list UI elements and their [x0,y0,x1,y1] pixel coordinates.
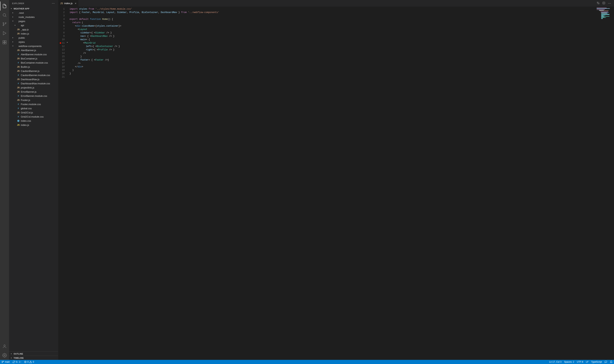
project-section-header[interactable]: WEATHER APP [9,7,58,11]
activity-account[interactable] [0,342,9,351]
file-item[interactable]: #BioContainer.module.css [9,61,58,65]
file-item[interactable]: JSDashboardNav.js [9,77,58,81]
outline-section-header[interactable]: OUTLINE [9,351,58,356]
tab-bar: JSindex.js× ⋯ [58,0,614,7]
file-label: BioContainer.module.css [21,61,48,64]
svg-point-2 [3,25,4,26]
activity-scm[interactable] [0,20,9,29]
file-item[interactable]: JSBuiltin.js [9,65,58,69]
account-icon [2,344,7,349]
status-cursor[interactable]: Ln 17, Col 3 [549,361,561,363]
sync-text: 0↓ 1↑ [16,361,21,363]
file-item[interactable]: #Footer.module.css [9,102,58,106]
timeline-section-header[interactable]: TIMELINE [9,356,58,360]
js-file-icon: JS [17,111,20,114]
file-item[interactable]: #Grid2Col.module.css [9,115,58,119]
file-item[interactable]: #DashboardNav.module.css [9,81,58,85]
line-gutter[interactable]: 123456789101112131415161718192021 [58,7,70,360]
status-notifications[interactable] [610,361,613,363]
file-label: Grid2Col.module.css [21,115,44,118]
status-sync[interactable]: 0↓ 1↑ [13,361,21,363]
file-item[interactable]: #AlertBanner.module.css [9,52,58,56]
status-branch[interactable]: main [1,361,10,363]
chevron-down-icon [11,20,14,22]
file-item[interactable]: JSindex.js [9,31,58,36]
file-label: BioContainer.js [21,57,37,60]
status-problems[interactable]: 0 0 [24,361,34,363]
file-label: ErrorBanner.module.css [21,94,47,97]
activity-bar [0,0,9,360]
folder-item[interactable]: api [9,23,58,27]
folder-item[interactable]: node_modules [9,15,58,19]
minimap[interactable] [596,7,614,360]
activity-debug[interactable] [0,29,9,38]
folder-item[interactable]: public [9,36,58,40]
file-item[interactable]: JSprojectlink.js [9,85,58,90]
timeline-label: TIMELINE [14,357,24,359]
file-label: Grid2Col.js [21,111,33,114]
svg-point-10 [597,2,598,2]
extensions-icon [2,40,7,45]
file-item[interactable]: #CautionBanner.module.css [9,73,58,77]
svg-point-11 [599,3,599,4]
compare-changes-icon[interactable] [597,1,600,5]
activity-explorer[interactable] [0,1,9,11]
css-file-icon: # [17,103,20,105]
folder-item[interactable]: pages [9,19,58,23]
file-label: node_modules [18,16,35,18]
status-feedback[interactable] [605,361,607,363]
svg-point-14 [2,362,2,363]
js-file-icon: JS [17,78,20,80]
breakpoint-icon[interactable] [60,42,61,44]
file-item[interactable]: #global.css [9,106,58,110]
outline-label: OUTLINE [14,353,23,355]
css-file-icon: # [17,82,20,85]
file-item[interactable]: JS_app.js [9,27,58,31]
file-item[interactable]: JSAlertBanner.js [9,48,58,52]
fold-icon[interactable] [66,41,69,45]
svg-point-0 [3,13,6,16]
play-bug-icon [2,31,7,36]
folder-item[interactable]: styles [9,40,58,44]
file-label: styles [18,40,25,43]
file-item[interactable]: #ErrorBanner.module.css [9,94,58,98]
sidebar-more-icon[interactable]: ⋯ [52,1,55,5]
code-editor[interactable]: import styles from '../styles/Home.modul… [70,7,596,360]
file-item[interactable]: ⬢index.css [9,119,58,123]
file-label: Footer.js [21,99,30,102]
css-file-icon: # [17,62,20,64]
editor-tab[interactable]: JSindex.js× [58,0,78,7]
file-item[interactable]: JSFooter.js [9,98,58,102]
chevron-right-icon [11,41,14,43]
activity-search[interactable] [0,11,9,20]
editor-area: JSindex.js× ⋯ 12345678910111213141516171… [58,0,614,360]
branch-icon [2,22,7,26]
file-item[interactable]: JSindex.js [9,123,58,127]
file-item[interactable]: JSGrid2Col.js [9,110,58,115]
branch-icon [1,361,4,363]
file-label: index.js [21,124,29,126]
split-editor-icon[interactable] [602,1,605,5]
file-item[interactable]: JSCautionBanner.js [9,69,58,73]
file-item[interactable]: JSErrorBanner.js [9,90,58,94]
js-file-icon: JS [17,91,20,93]
more-actions-icon[interactable]: ⋯ [608,1,611,5]
file-item[interactable]: JSBioContainer.js [9,56,58,61]
close-icon[interactable]: × [75,2,76,5]
js-file-icon: JS [17,32,20,35]
chevron-right-icon [11,37,14,39]
activity-extensions[interactable] [0,38,9,47]
status-encoding[interactable]: UTF-8 [577,361,583,363]
file-label: api [21,24,24,27]
folder-item[interactable]: .next [9,11,58,15]
file-tree[interactable]: .nextnode_modulespagesapiJS_app.jsJSinde… [9,11,58,351]
svg-point-1 [3,23,4,24]
folder-item[interactable]: webflow-components [9,44,58,48]
css-file-icon: ⬢ [17,119,20,122]
activity-settings[interactable] [0,351,9,360]
status-language[interactable]: TypeScript [591,361,602,363]
svg-point-15 [3,361,4,362]
svg-rect-4 [3,40,4,42]
status-eol[interactable]: LF [586,361,588,363]
status-spaces[interactable]: Spaces: 2 [564,361,574,363]
